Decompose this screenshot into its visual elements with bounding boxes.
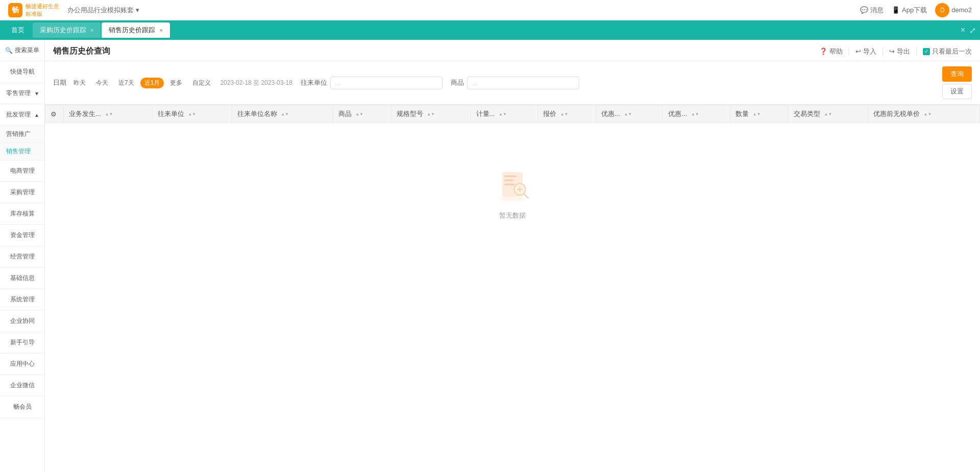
divider3 — [916, 48, 917, 56]
help-icon: ❓ — [819, 48, 827, 55]
content-area: 销售历史价查询 ❓ 帮助 ↩ 导入 ↪ 导出 ✓ — [45, 40, 980, 472]
col-discount1[interactable]: 优惠... ▲▼ — [596, 105, 663, 123]
table-settings-icon[interactable]: ⚙ — [51, 110, 57, 118]
sort-quote-icon: ▲▼ — [560, 112, 569, 116]
latest-only-checkbox-group[interactable]: ✓ 只看最后一次 — [923, 47, 972, 56]
more-button[interactable]: 更多 — [166, 78, 186, 88]
col-quote[interactable]: 报价 ▲▼ — [538, 105, 596, 123]
avatar: D — [935, 3, 949, 17]
sidebar-item-purchase[interactable]: 采购管理 — [0, 182, 44, 203]
sidebar-system-label: 系统管理 — [10, 295, 35, 304]
sidebar-item-inventory[interactable]: 库存核算 — [0, 203, 44, 225]
table-header: ⚙ 业务发生... ▲▼ 往来单位 ▲▼ 往来单位名称 ▲▼ — [45, 105, 980, 123]
partner-filter-group: 往来单位 ... — [301, 77, 443, 89]
import-icon: ↩ — [855, 48, 861, 55]
sidebar-item-member[interactable]: 畅会员 — [0, 396, 44, 418]
sidebar-sub-marketing[interactable]: 营销推广 — [0, 126, 44, 143]
sidebar-sales-label: 销售管理 — [6, 148, 31, 155]
logo-icon: 畅 — [8, 3, 22, 17]
yesterday-button[interactable]: 昨天 — [69, 78, 90, 88]
sidebar-item-search[interactable]: 🔍 搜索菜单 — [0, 40, 44, 61]
query-buttons: 查询 设置 — [942, 66, 972, 99]
table-empty-row: 暂无数据 — [45, 123, 980, 262]
sidebar-item-wholesale[interactable]: 批发管理 ▴ — [0, 104, 44, 126]
empty-text: 暂无数据 — [499, 211, 526, 220]
window-close-icon[interactable]: × — [961, 26, 965, 35]
sort-qty-icon: ▲▼ — [753, 112, 761, 116]
product-input[interactable]: ... — [467, 77, 579, 89]
sidebar-item-operations[interactable]: 经营管理 — [0, 246, 44, 268]
sidebar-item-retail[interactable]: 零售管理 ▾ — [0, 83, 44, 104]
export-button[interactable]: ↪ 导出 — [889, 47, 910, 56]
sidebar-app-center-label: 应用中心 — [10, 360, 35, 368]
col-partner-name[interactable]: 往来单位名称 ▲▼ — [232, 105, 333, 123]
date-filter-label: 日期 — [53, 78, 66, 87]
col-pre-tax-price[interactable]: 优惠前无税单价 ▲▼ — [868, 105, 979, 123]
partner-input[interactable]: ... — [330, 77, 443, 89]
filter-area: 日期 昨天 今天 近7天 近1月 更多 自定义 2023-02-18 至 202… — [45, 61, 980, 105]
tab-purchase-close-icon[interactable]: × — [90, 27, 93, 33]
last1month-button[interactable]: 近1月 — [140, 78, 164, 88]
sidebar-guide-label: 新手引导 — [10, 338, 35, 347]
sidebar: 🔍 搜索菜单 快捷导航 零售管理 ▾ 批发管理 ▴ 营销推广 销售管理 电商管理… — [0, 40, 45, 472]
date-range-display: 2023-02-18 至 2023-03-18 — [220, 79, 292, 87]
page-header: 销售历史价查询 ❓ 帮助 ↩ 导入 ↪ 导出 ✓ — [45, 40, 980, 61]
col-discount2[interactable]: 优惠... ▲▼ — [663, 105, 730, 123]
sidebar-operations-label: 经营管理 — [10, 252, 35, 261]
sidebar-item-enterprise[interactable]: 企业协同 — [0, 311, 44, 332]
tab-purchase-history[interactable]: 采购历史价跟踪 × — [33, 22, 101, 38]
sidebar-item-guide[interactable]: 新手引导 — [0, 332, 44, 353]
help-button[interactable]: ❓ 帮助 — [819, 47, 843, 56]
sidebar-basic-label: 基础信息 — [10, 274, 35, 282]
chevron-down-icon: ▾ — [35, 90, 38, 97]
col-qty[interactable]: 数量 ▲▼ — [730, 105, 788, 123]
user-menu[interactable]: D demo2 — [935, 3, 972, 17]
date-filter-group: 日期 昨天 今天 近7天 近1月 更多 自定义 2023-02-18 至 202… — [53, 78, 292, 88]
sidebar-sub-sales[interactable]: 销售管理 — [0, 143, 44, 160]
sidebar-item-ecommerce[interactable]: 电商管理 — [0, 160, 44, 182]
custom-button[interactable]: 自定义 — [188, 78, 215, 88]
app-selector[interactable]: 办公用品行业模拟账套 ▾ — [63, 4, 143, 17]
sidebar-item-basic[interactable]: 基础信息 — [0, 268, 44, 289]
partner-input-dots: ... — [335, 79, 340, 87]
col-trade-type[interactable]: 交易类型 ▲▼ — [788, 105, 868, 123]
tab-purchase-label: 采购历史价跟踪 — [40, 26, 86, 35]
sidebar-retail-label: 零售管理 — [6, 89, 31, 98]
sidebar-item-app-center[interactable]: 应用中心 — [0, 353, 44, 375]
header-left: 畅 畅捷通好生意 标准版 办公用品行业模拟账套 ▾ — [8, 3, 143, 17]
sort-spec-icon: ▲▼ — [427, 112, 435, 116]
sort-trade-type-icon: ▲▼ — [824, 112, 832, 116]
sidebar-wholesale-label: 批发管理 — [6, 110, 31, 119]
divider2 — [883, 48, 883, 56]
date-quick-buttons: 昨天 今天 近7天 近1月 更多 自定义 — [69, 78, 215, 88]
col-unit[interactable]: 计量... ▲▼ — [471, 105, 537, 123]
sidebar-item-wechat[interactable]: 企业微信 — [0, 375, 44, 396]
import-button[interactable]: ↩ 导入 — [855, 47, 876, 56]
app-download-button[interactable]: 📱 App下载 — [892, 6, 927, 15]
last7-button[interactable]: 近7天 — [114, 78, 138, 88]
message-button[interactable]: 💬 消息 — [860, 6, 884, 15]
sidebar-item-finance[interactable]: 资金管理 — [0, 225, 44, 246]
today-button[interactable]: 今天 — [92, 78, 112, 88]
sidebar-item-quick-nav[interactable]: 快捷导航 — [0, 61, 44, 83]
export-icon: ↪ — [889, 48, 895, 55]
svg-rect-4 — [504, 183, 515, 185]
col-product[interactable]: 商品 ▲▼ — [333, 105, 391, 123]
col-settings[interactable]: ⚙ — [45, 105, 64, 123]
app-selector-label: 办公用品行业模拟账套 — [67, 6, 134, 15]
sort-partner-code-icon: ▲▼ — [188, 112, 196, 116]
window-maximize-icon[interactable]: ⤢ — [969, 26, 976, 35]
tab-sales-close-icon[interactable]: × — [159, 27, 162, 33]
empty-state: 暂无数据 — [45, 123, 980, 261]
sidebar-enterprise-label: 企业协同 — [10, 317, 35, 325]
col-partner-code[interactable]: 往来单位 ▲▼ — [152, 105, 232, 123]
tab-sales-history[interactable]: 销售历史价跟踪 × — [102, 22, 169, 38]
sidebar-item-system[interactable]: 系统管理 — [0, 289, 44, 311]
col-biz-date[interactable]: 业务发生... ▲▼ — [64, 105, 153, 123]
table-body: 暂无数据 — [45, 123, 980, 262]
settings-button[interactable]: 设置 — [942, 84, 972, 99]
col-spec[interactable]: 规格型号 ▲▼ — [391, 105, 471, 123]
chevron-down-icon: ▾ — [136, 6, 139, 14]
query-button[interactable]: 查询 — [942, 66, 972, 82]
tab-home[interactable]: 首页 — [4, 22, 32, 38]
